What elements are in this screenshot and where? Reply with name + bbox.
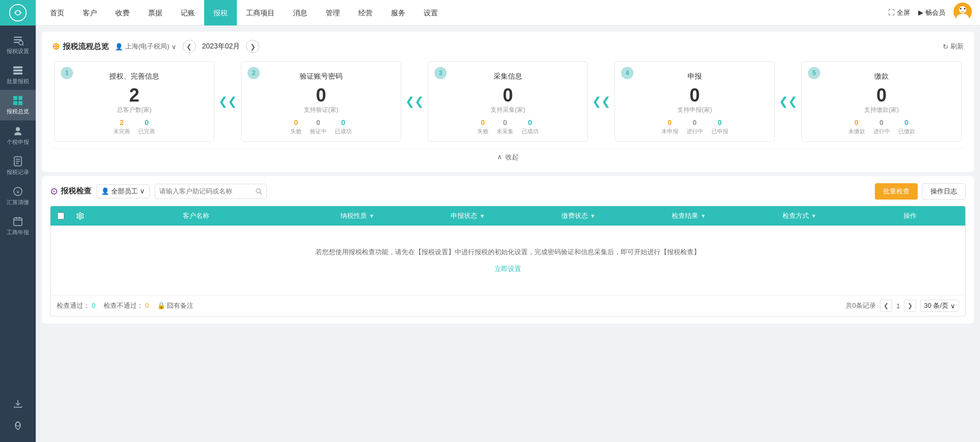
step-count-5: 0 <box>812 85 951 106</box>
member-btn[interactable]: ▶ 畅会员 <box>918 8 945 17</box>
setup-link[interactable]: 立即设置 <box>495 265 521 273</box>
stat-num: 0 <box>522 118 538 127</box>
nav-business[interactable]: 工商项目 <box>237 0 284 26</box>
staff-select-icon: 👤 <box>101 187 109 195</box>
process-title: ⊕ 报税流程总览 <box>52 41 109 52</box>
search-input[interactable] <box>155 185 251 198</box>
location-person-icon: 👤 <box>115 43 123 51</box>
nav-fee[interactable]: 收费 <box>106 0 139 26</box>
table-container: 客户名称 纳税性质 ▼ 申报状态 ▼ 缴费状态 ▼ 检查 <box>50 206 966 317</box>
svg-rect-17 <box>13 101 17 105</box>
filter-icon[interactable]: ▼ <box>590 213 596 219</box>
sidebar-item-tax-settings[interactable]: 报税设置 <box>0 30 36 60</box>
next-page-btn[interactable]: ❯ <box>904 300 916 312</box>
pass-value[interactable]: 0 <box>92 302 95 309</box>
prev-page-btn[interactable]: ❮ <box>880 300 892 312</box>
sidebar-item-tax-overview[interactable]: 报税总览 <box>0 90 36 120</box>
batch-check-btn[interactable]: 批量检查 <box>875 183 918 200</box>
prev-month-btn[interactable]: ❮ <box>183 40 196 53</box>
step-desc-1: 总客户数(家) <box>65 106 204 114</box>
location-text: 上海(电子税局) <box>125 42 169 51</box>
staff-select-label: 全部员工 <box>111 187 138 196</box>
step-stats-2: 0 失败 0 验证中 0 已成功 <box>252 118 390 135</box>
stat-label: 已成功 <box>335 128 352 135</box>
sidebar-item-personal-tax[interactable]: 个税申报 <box>0 120 36 151</box>
stat-label: 失败 <box>477 128 488 135</box>
table-footer: 检查通过： 0 检查不通过： 0 🔒 囧有备注 共0条记录 ❮ 1 <box>51 295 965 316</box>
th-checkbox[interactable] <box>51 207 71 225</box>
stat-label: 进行中 <box>873 128 890 135</box>
filter-icon[interactable]: ▼ <box>700 213 706 219</box>
refresh-icon: ↻ <box>943 43 948 51</box>
fullscreen-label: 全屏 <box>897 8 910 17</box>
filter-icon[interactable]: ▼ <box>369 213 375 219</box>
th-label: 检查方式 <box>782 211 809 220</box>
staff-select[interactable]: 👤 全部员工 ∨ <box>96 184 150 199</box>
sidebar-item-tax-record[interactable]: 报税记录 <box>0 151 36 181</box>
chevron-down-icon: ∨ <box>172 43 177 51</box>
pass-label: 检查通过： <box>57 302 90 309</box>
operation-log-btn[interactable]: 操作日志 <box>922 183 966 200</box>
nav-home[interactable]: 首页 <box>41 0 74 26</box>
th-gear[interactable] <box>71 207 89 225</box>
step-num-5: 5 <box>808 67 820 79</box>
nav-manage[interactable]: 管理 <box>316 0 349 26</box>
search-box <box>155 184 267 199</box>
fullscreen-btn[interactable]: ⛶ 全屏 <box>888 8 910 17</box>
stat-label: 已缴款 <box>898 128 915 135</box>
step-stat-2-1: 0 验证中 <box>310 118 327 135</box>
filter-icon[interactable]: ▼ <box>479 213 485 219</box>
th-label: 操作 <box>903 211 917 220</box>
sidebar-item-settlement[interactable]: ¥ 汇算清缴 <box>0 181 36 211</box>
nav-customer[interactable]: 客户 <box>74 0 106 26</box>
sidebar-item-location[interactable] <box>0 414 36 436</box>
stat-label: 未采集 <box>497 128 513 135</box>
nav-right: ⛶ 全屏 ▶ 畅会员 <box>888 3 980 22</box>
sidebar-label-tax-record: 报税记录 <box>7 169 29 176</box>
svg-point-5 <box>960 8 962 10</box>
fail-value[interactable]: 0 <box>145 302 149 309</box>
nav-service[interactable]: 服务 <box>382 0 414 26</box>
step-arrow-2: ❮❮ <box>403 61 426 142</box>
svg-point-34 <box>79 214 82 217</box>
sidebar-label-settlement: 汇算清缴 <box>7 199 29 206</box>
svg-rect-14 <box>13 72 22 75</box>
annual-report-icon <box>12 216 23 227</box>
tax-check-section: ⊙ 报税检查 👤 全部员工 ∨ 批量检查 操作日志 <box>42 176 974 324</box>
empty-text: 若您想使用报税检查功能，请先在【报税设置】中进行报税的初始化设置，完成密码验证和… <box>61 246 955 258</box>
empty-message: 若您想使用报税检查功能，请先在【报税设置】中进行报税的初始化设置，完成密码验证和… <box>51 226 965 296</box>
location-tag[interactable]: 👤 上海(电子税局) ∨ <box>115 42 177 51</box>
avatar[interactable] <box>953 3 972 22</box>
collapse-icon: ∧ <box>497 153 502 161</box>
nav-operation[interactable]: 经营 <box>349 0 382 26</box>
next-month-btn[interactable]: ❯ <box>246 40 259 53</box>
nav-tax[interactable]: 报税 <box>204 0 237 26</box>
sidebar-item-download[interactable] <box>0 393 36 414</box>
nav-invoice[interactable]: 票据 <box>139 0 172 26</box>
refresh-btn[interactable]: ↻ 刷新 <box>943 42 964 51</box>
select-all-checkbox[interactable] <box>57 212 64 219</box>
process-steps: 1 授权、完善信息 2 总客户数(家) 2 未完善 0 已完善 <box>52 61 964 142</box>
process-step-1: 1 授权、完善信息 2 总客户数(家) 2 未完善 0 已完善 <box>54 61 214 142</box>
search-button[interactable] <box>251 184 266 199</box>
nav-accounting[interactable]: 记账 <box>172 0 204 26</box>
svg-rect-12 <box>13 66 22 68</box>
month-nav: ❮ 2023年02月 ❯ <box>183 40 260 53</box>
nav-message[interactable]: 消息 <box>284 0 316 26</box>
per-page-select[interactable]: 30 条/页 ∨ <box>920 300 959 312</box>
svg-rect-26 <box>14 218 22 226</box>
filter-icon[interactable]: ▼ <box>811 213 817 219</box>
th-label: 申报状态 <box>451 211 477 220</box>
step-stats-4: 0 未申报 0 进行中 0 已申报 <box>625 118 764 135</box>
nav-settings[interactable]: 设置 <box>414 0 447 26</box>
check-title-icon: ⊙ <box>50 186 58 197</box>
month-text: 2023年02月 <box>202 42 240 51</box>
step-desc-4: 支持申报(家) <box>625 106 764 114</box>
th-check-method: 检查方式 ▼ <box>744 206 855 226</box>
stat-num: 0 <box>477 118 488 127</box>
collapse-btn[interactable]: ∧ 收起 <box>52 148 964 164</box>
step-stats-5: 0 未缴款 0 进行中 0 已缴款 <box>812 118 951 135</box>
stat-num: 0 <box>497 118 513 127</box>
sidebar-item-batch-tax[interactable]: 批量报税 <box>0 60 36 90</box>
sidebar-item-annual-report[interactable]: 工商年报 <box>0 211 36 241</box>
